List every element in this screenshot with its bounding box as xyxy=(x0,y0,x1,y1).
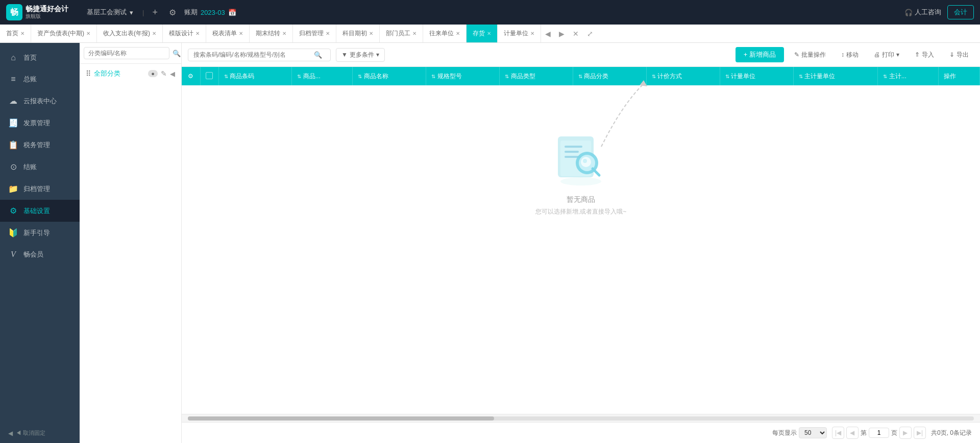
consult-button[interactable]: 🎧 人工咨询 xyxy=(904,8,941,17)
sidebar-item-member[interactable]: V 畅会员 xyxy=(0,244,80,265)
sidebar-item-invoice[interactable]: 🧾 发票管理 xyxy=(0,112,80,134)
th-settings[interactable]: ⚙ xyxy=(182,67,200,85)
settlement-icon: ⊙ xyxy=(8,162,18,172)
tab-income[interactable]: 收入支出表(年报) ✕ xyxy=(97,25,163,43)
tab-archive-close[interactable]: ✕ xyxy=(326,31,330,36)
settings-button[interactable]: ⚙ xyxy=(166,7,179,18)
product-search-bar[interactable]: 🔍 xyxy=(188,49,331,61)
account-button[interactable]: 会计 xyxy=(947,5,974,19)
import-icon: ⇑ xyxy=(915,51,920,58)
tab-unit-close[interactable]: ✕ xyxy=(530,31,534,36)
tab-department-close[interactable]: ✕ xyxy=(412,31,416,36)
category-search-icon[interactable]: 🔍 xyxy=(173,50,181,57)
app-name-block: 畅捷通好会计 旗舰版 xyxy=(26,5,68,20)
tab-partner[interactable]: 往来单位 ✕ xyxy=(423,25,467,43)
tab-income-close[interactable]: ✕ xyxy=(152,31,156,36)
move-button[interactable]: ↕ 移动 xyxy=(836,49,864,61)
new-product-button[interactable]: + 新增商品 xyxy=(736,47,784,62)
import-button[interactable]: ⇑ 导入 xyxy=(910,49,939,61)
th-main-unit-label: 主计量单位 xyxy=(804,73,835,80)
th-checkbox[interactable] xyxy=(200,67,218,85)
tab-home-close[interactable]: ✕ xyxy=(20,31,24,36)
grid-icon: ⠿ xyxy=(86,69,91,78)
tab-balance[interactable]: 资产负债表(中期) ✕ xyxy=(31,25,97,43)
batch-operate-button[interactable]: ✎ 批量操作 xyxy=(789,49,831,61)
product-search-input[interactable] xyxy=(193,51,311,58)
cloud-icon: ☁ xyxy=(8,96,18,106)
sidebar-item-home[interactable]: ⌂ 首页 xyxy=(0,47,80,68)
sidebar: ⌂ 首页 ≡ 总账 ☁ 云报表中心 🧾 发票管理 📋 税务管理 ⊙ 结账 xyxy=(0,43,80,443)
add-tab-button[interactable]: + xyxy=(149,6,161,19)
tab-close-all[interactable]: ✕ xyxy=(569,25,583,43)
scroll-thumb[interactable] xyxy=(188,416,494,421)
print-button[interactable]: 🖨 打印 ▾ xyxy=(869,49,904,61)
app-logo: 畅 xyxy=(6,4,22,20)
sidebar-item-tax[interactable]: 📋 税务管理 xyxy=(0,134,80,156)
period-value[interactable]: 2023-03 xyxy=(201,9,225,16)
tab-taxclear-close[interactable]: ✕ xyxy=(239,31,243,36)
first-page-button[interactable]: |◀ xyxy=(832,427,844,439)
tab-expand[interactable]: ⤢ xyxy=(583,25,597,43)
sidebar-item-ledger[interactable]: ≡ 总账 xyxy=(0,68,80,90)
horizontal-scrollbar[interactable] xyxy=(182,414,980,422)
sidebar-item-archive[interactable]: 📁 归档管理 xyxy=(0,178,80,200)
sidebar-item-settlement[interactable]: ⊙ 结账 xyxy=(0,156,80,178)
sidebar-label-settlement: 结账 xyxy=(23,162,37,172)
export-button[interactable]: ⇓ 导出 xyxy=(944,49,974,61)
company-selector[interactable]: 基层工会测试 ▾ xyxy=(83,6,137,19)
tab-inventory[interactable]: 存货 ✕ xyxy=(467,25,498,43)
sidebar-item-guide[interactable]: 🔰 新手引导 xyxy=(0,222,80,244)
tab-partner-label: 往来单位 xyxy=(429,29,454,38)
header-checkbox[interactable] xyxy=(206,72,213,79)
page-size-select: 每页显示 10 20 50 100 xyxy=(772,427,827,438)
category-search-input[interactable] xyxy=(84,47,169,59)
per-page-dropdown[interactable]: 10 20 50 100 xyxy=(799,427,827,438)
tab-scroll-right[interactable]: ▶ xyxy=(555,25,569,43)
tab-subject-label: 科目期初 xyxy=(342,29,367,38)
collapse-icon[interactable]: ◀ xyxy=(170,70,175,78)
tab-template-close[interactable]: ✕ xyxy=(195,31,200,36)
prev-page-button[interactable]: ◀ xyxy=(846,427,859,439)
unpin-button[interactable]: ◀ ◀ 取消固定 xyxy=(0,423,80,443)
edit-icon[interactable]: ✎ xyxy=(161,69,167,78)
company-name: 基层工会测试 xyxy=(87,8,127,17)
tab-partner-close[interactable]: ✕ xyxy=(456,31,460,36)
next-page-button[interactable]: ▶ xyxy=(899,427,912,439)
period-label: 账期 xyxy=(184,8,198,17)
tab-archive[interactable]: 归档管理 ✕ xyxy=(293,25,336,43)
tab-template[interactable]: 模版设计 ✕ xyxy=(163,25,206,43)
tab-inventory-close[interactable]: ✕ xyxy=(487,31,491,36)
per-page-label: 每页显示 xyxy=(772,429,797,437)
last-page-button[interactable]: ▶| xyxy=(914,427,926,439)
sidebar-item-basic[interactable]: ⚙ 基础设置 xyxy=(0,200,80,222)
content-area: 🔍 ⠿ 全部分类 ● ✎ ◀ 🔍 xyxy=(80,43,980,443)
print-caret: ▾ xyxy=(896,51,899,58)
filter-button[interactable]: ▼ 更多条件 ▾ xyxy=(336,48,385,62)
tab-taxclear[interactable]: 税表清单 ✕ xyxy=(206,25,250,43)
tab-subject[interactable]: 科目期初 ✕ xyxy=(336,25,380,43)
category-label: 全部分类 xyxy=(94,69,145,78)
page-number-input[interactable] xyxy=(869,428,889,438)
tab-home[interactable]: 首页 ✕ xyxy=(0,25,31,43)
sidebar-label-ledger: 总账 xyxy=(23,75,37,84)
tab-balance-close[interactable]: ✕ xyxy=(86,31,90,36)
sidebar-item-reports[interactable]: ☁ 云报表中心 xyxy=(0,90,80,112)
tab-archive-label: 归档管理 xyxy=(299,29,324,38)
tab-period-close[interactable]: ✕ xyxy=(282,31,286,36)
category-search-box: 🔍 xyxy=(80,43,181,64)
svg-point-1 xyxy=(560,177,601,185)
total-records: 共0页, 0条记录 xyxy=(931,429,972,437)
app-name: 畅捷通好会计 xyxy=(26,5,68,13)
tab-period[interactable]: 期末结转 ✕ xyxy=(250,25,293,43)
product-search-icon[interactable]: 🔍 xyxy=(314,51,322,59)
category-tag: ● xyxy=(148,70,158,77)
dropdown-icon: ▾ xyxy=(130,9,133,16)
category-header[interactable]: ⠿ 全部分类 ● ✎ ◀ xyxy=(80,64,181,83)
tab-scroll-left[interactable]: ◀ xyxy=(541,25,555,43)
tab-department[interactable]: 部门员工 ✕ xyxy=(380,25,423,43)
th-code: ⇅ 商品... xyxy=(292,67,353,85)
tab-unit[interactable]: 计量单位 ✕ xyxy=(498,25,541,43)
tab-subject-close[interactable]: ✕ xyxy=(369,31,373,36)
calendar-icon[interactable]: 📅 xyxy=(228,9,236,16)
sidebar-label-basic: 基础设置 xyxy=(23,206,50,216)
